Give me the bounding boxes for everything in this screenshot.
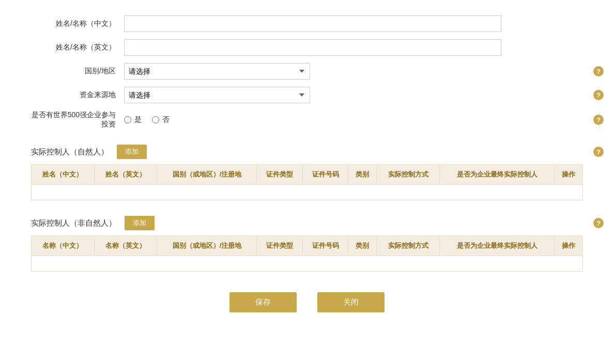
fortune500-yes-option[interactable]: 是 <box>124 115 142 124</box>
country-select[interactable]: 请选择 <box>124 63 310 80</box>
country-help-icon[interactable]: ? <box>593 66 604 76</box>
non-natural-col-name-cn: 名称（中文） <box>32 236 95 256</box>
non-natural-section-title: 实际控制人（非自然人） <box>31 218 116 228</box>
natural-section-title: 实际控制人（自然人） <box>31 147 109 157</box>
natural-table-container: 姓名（中文） 姓名（英文） 国别（或地区）/注册地 证件类型 证件号码 类别 实… <box>31 164 583 200</box>
name-cn-label: 姓名/名称（中文） <box>31 19 124 28</box>
country-label: 国别/地区 <box>31 67 124 76</box>
non-natural-section-help-icon[interactable]: ? <box>593 218 604 228</box>
name-en-input[interactable] <box>124 39 501 56</box>
non-natural-col-name-en: 名称（英文） <box>94 236 157 256</box>
fortune500-no-label: 否 <box>162 115 170 124</box>
fund-source-select[interactable]: 请选择 <box>124 87 310 103</box>
natural-col-cert-type: 证件类型 <box>257 165 302 185</box>
name-cn-input[interactable] <box>124 15 501 32</box>
non-natural-col-operation: 操作 <box>554 236 582 256</box>
natural-col-control-method: 实际控制方式 <box>377 165 440 185</box>
non-natural-empty-row <box>32 256 583 272</box>
fund-source-help-icon[interactable]: ? <box>593 90 604 100</box>
natural-col-name-en: 姓名（英文） <box>94 165 157 185</box>
non-natural-col-country: 国别（或地区）/注册地 <box>157 236 257 256</box>
non-natural-col-category: 类别 <box>348 236 377 256</box>
non-natural-col-cert-num: 证件号码 <box>302 236 348 256</box>
natural-table: 姓名（中文） 姓名（英文） 国别（或地区）/注册地 证件类型 证件号码 类别 实… <box>31 164 583 200</box>
natural-table-header-row: 姓名（中文） 姓名（英文） 国别（或地区）/注册地 证件类型 证件号码 类别 实… <box>32 165 583 185</box>
non-natural-table-container: 名称（中文） 名称（英文） 国别（或地区）/注册地 证件类型 证件号码 类别 实… <box>31 235 583 272</box>
fortune500-radio-group: 是 否 <box>124 115 170 124</box>
non-natural-table-header-row: 名称（中文） 名称（英文） 国别（或地区）/注册地 证件类型 证件号码 类别 实… <box>32 236 583 256</box>
fortune500-help-icon[interactable]: ? <box>593 115 604 125</box>
natural-empty-row <box>32 185 583 200</box>
natural-col-name-cn: 姓名（中文） <box>32 165 95 185</box>
non-natural-section-header: 实际控制人（非自然人） 添加 ? <box>31 211 583 235</box>
non-natural-col-cert-type: 证件类型 <box>257 236 302 256</box>
save-button[interactable]: 保存 <box>229 292 297 312</box>
natural-col-operation: 操作 <box>554 165 582 185</box>
fortune500-yes-label: 是 <box>134 115 142 124</box>
non-natural-col-is-ultimate: 是否为企业最终实际控制人 <box>440 236 555 256</box>
natural-col-country: 国别（或地区）/注册地 <box>157 165 257 185</box>
natural-col-is-ultimate: 是否为企业最终实际控制人 <box>440 165 555 185</box>
natural-section-help-icon[interactable]: ? <box>593 147 604 157</box>
fund-source-label: 资金来源地 <box>31 90 124 100</box>
close-button[interactable]: 关闭 <box>317 292 385 312</box>
natural-col-cert-num: 证件号码 <box>302 165 348 185</box>
non-natural-col-control-method: 实际控制方式 <box>377 236 440 256</box>
fortune500-yes-radio[interactable] <box>124 116 131 123</box>
non-natural-table: 名称（中文） 名称（英文） 国别（或地区）/注册地 证件类型 证件号码 类别 实… <box>31 235 583 272</box>
fortune500-label: 是否有世界500强企业参与投资 <box>31 110 124 129</box>
fortune500-no-radio[interactable] <box>152 116 159 123</box>
natural-col-category: 类别 <box>348 165 377 185</box>
natural-section-header: 实际控制人（自然人） 添加 ? <box>31 139 583 164</box>
non-natural-add-button[interactable]: 添加 <box>125 216 155 230</box>
fortune500-no-option[interactable]: 否 <box>152 115 170 124</box>
name-en-label: 姓名/名称（英文） <box>31 43 124 52</box>
bottom-actions: 保存 关闭 <box>31 292 583 312</box>
natural-add-button[interactable]: 添加 <box>117 145 147 159</box>
